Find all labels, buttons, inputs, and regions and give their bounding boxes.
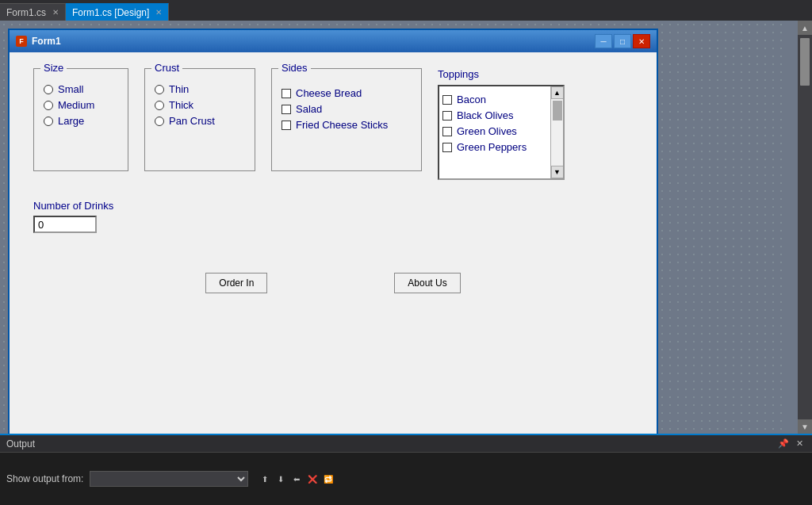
radio-thick-label: Thick [169,99,193,111]
radio-circle-small [44,85,53,94]
crust-group-label: Crust [151,62,182,74]
checkbox-salad[interactable] [282,105,291,114]
minimize-button[interactable]: ─ [595,34,612,48]
toppings-scroll-up[interactable]: ▲ [551,86,564,99]
checkbox-green-olives[interactable] [442,127,452,136]
check-black-olives-label: Black Olives [457,109,514,121]
win-titlebar: F Form1 ─ □ ✕ [10,30,657,52]
radio-pan-label: Pan Crust [169,115,215,127]
check-green-peppers-label: Green Peppers [457,141,527,153]
win-title-label: Form1 [32,36,595,47]
check-cheese-bread[interactable]: Cheese Bread [282,87,412,99]
output-row: Show output from: ⬆ ⬇ ⬅ ❌ 🔁 [6,456,806,502]
sides-group: Sides Cheese Bread Salad [271,68,422,171]
drinks-label: Number of Drinks [33,200,633,212]
close-button[interactable]: ✕ [633,34,650,48]
tab-label-cs: Form1.cs [6,7,46,18]
radio-circle-thick [155,101,164,110]
toppings-scrollbar[interactable]: ▲ ▼ [550,86,563,178]
radio-pan-crust[interactable]: Pan Crust [155,115,245,127]
output-source-select[interactable] [90,471,248,487]
drinks-input[interactable] [33,216,97,233]
order-in-button[interactable]: Order In [205,273,267,293]
check-salad-label: Salad [296,103,322,115]
show-output-label: Show output from: [6,473,83,484]
radio-medium-label: Medium [58,99,94,111]
size-group-label: Size [40,62,67,74]
radio-large[interactable]: Large [44,115,118,127]
output-tool-5[interactable]: 🔁 [321,472,335,486]
output-body: Show output from: ⬆ ⬇ ⬅ ❌ 🔁 [0,453,812,505]
form-icon-label: F [19,37,24,45]
check-cheese-bread-label: Cheese Bread [296,87,362,99]
radio-small-label: Small [58,83,84,95]
output-tool-4[interactable]: ❌ [305,472,320,486]
tab-form-cs[interactable]: Form1.cs ✕ [0,3,66,21]
maximize-button[interactable]: □ [614,34,631,48]
checkbox-cheese-bread[interactable] [282,89,291,98]
drinks-section: Number of Drinks [33,200,633,233]
toppings-items: Bacon Black Olives Green Olives [439,86,563,160]
scroll-thumb[interactable] [800,38,810,86]
toppings-scroll-thumb [553,101,562,121]
output-header-icons: 📌 ✕ [777,438,806,450]
check-bacon[interactable]: Bacon [442,94,547,105]
groups-row: Size Small Medium [33,68,633,180]
form-icon: F [16,36,27,47]
toppings-section: Toppings Bacon Black Olives [438,68,565,180]
output-tool-1[interactable]: ⬆ [258,472,272,486]
toppings-scroll-down[interactable]: ▼ [551,166,564,178]
radio-large-label: Large [58,115,84,127]
check-green-peppers[interactable]: Green Peppers [442,141,547,153]
output-title: Output [6,438,35,450]
tab-close-cs[interactable]: ✕ [52,8,59,17]
scroll-down-arrow[interactable]: ▼ [798,419,812,434]
output-tool-2[interactable]: ⬇ [274,472,288,486]
designer-canvas: F Form1 ─ □ ✕ Size [0,21,798,434]
sides-group-label: Sides [278,62,311,74]
check-salad[interactable]: Salad [282,103,412,115]
win-controls: ─ □ ✕ [595,34,650,48]
radio-thin[interactable]: Thin [155,83,245,95]
radio-medium[interactable]: Medium [44,99,118,111]
tab-bar: Form1.cs ✕ Form1.cs [Design] ✕ [0,0,812,21]
output-close-icon[interactable]: ✕ [793,438,806,450]
output-pin-icon[interactable]: 📌 [777,438,790,450]
checkbox-black-olives[interactable] [442,111,452,121]
ide-window: Form1.cs ✕ Form1.cs [Design] ✕ F Form1 ─ [0,0,812,505]
tab-label-design: Form1.cs [Design] [72,7,149,18]
sides-inner: Cheese Bread Salad Fried Cheese Sticks [282,77,412,131]
radio-circle-thin [155,85,164,94]
checkbox-green-peppers[interactable] [442,143,452,152]
check-bacon-label: Bacon [457,94,486,105]
radio-thin-label: Thin [169,83,189,95]
check-black-olives[interactable]: Black Olives [442,109,547,121]
checkbox-fried-cheese[interactable] [282,121,291,130]
check-green-olives-label: Green Olives [457,125,517,137]
check-green-olives[interactable]: Green Olives [442,125,547,137]
size-group: Size Small Medium [33,68,128,171]
right-scrollbar[interactable]: ▲ ▼ [798,21,812,434]
toppings-label: Toppings [438,68,565,80]
checkbox-bacon[interactable] [442,95,452,105]
radio-circle-medium [44,101,53,110]
output-panel: Output 📌 ✕ Show output from: ⬆ ⬇ ⬅ ❌ 🔁 [0,434,812,505]
win-form-body: Size Small Medium [10,52,657,434]
toppings-checklist[interactable]: Bacon Black Olives Green Olives [438,85,565,180]
scroll-up-arrow[interactable]: ▲ [798,21,812,35]
tab-close-design[interactable]: ✕ [155,8,162,17]
output-toolbar: ⬆ ⬇ ⬅ ❌ 🔁 [258,472,335,486]
radio-small[interactable]: Small [44,83,118,95]
win-form: F Form1 ─ □ ✕ Size [8,29,658,434]
radio-thick[interactable]: Thick [155,99,245,111]
ide-main-area: F Form1 ─ □ ✕ Size [0,21,812,434]
buttons-row: Order In About Us [33,273,633,293]
crust-group: Crust Thin Thick [144,68,255,171]
about-us-button[interactable]: About Us [394,273,460,293]
check-fried-cheese-label: Fried Cheese Sticks [296,119,388,131]
output-tool-3[interactable]: ⬅ [289,472,304,486]
radio-circle-pan [155,117,164,126]
check-fried-cheese[interactable]: Fried Cheese Sticks [282,119,412,131]
tab-form-design[interactable]: Form1.cs [Design] ✕ [66,3,169,21]
output-header: Output 📌 ✕ [0,435,812,453]
